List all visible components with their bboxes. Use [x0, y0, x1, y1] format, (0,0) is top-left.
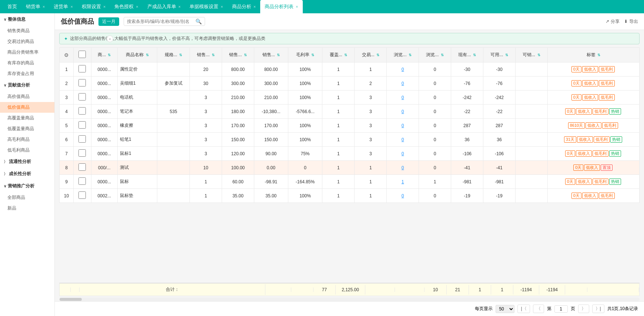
row-browse1[interactable]: 1 — [387, 175, 419, 189]
row-checkbox[interactable] — [78, 79, 86, 86]
sort-icon[interactable]: ⇅ — [376, 53, 379, 57]
sidebar-item-traded-products[interactable]: 交易过的商品 — [0, 36, 54, 47]
sidebar-item-stock-capital[interactable]: 库存资金占用 — [0, 68, 54, 79]
sidebar-item-high-coverage[interactable]: 高覆盖量商品 — [0, 113, 54, 123]
sort-icon[interactable]: ⇅ — [244, 53, 247, 57]
period-button[interactable]: 近一月 — [98, 17, 119, 26]
browse1-link[interactable]: 0 — [402, 137, 404, 142]
sidebar-item-high-gross[interactable]: 高毛利商品 — [0, 134, 54, 145]
row-browse1[interactable]: 0 — [387, 77, 419, 91]
row-name[interactable]: 吴细细1 — [118, 77, 157, 91]
row-checkbox[interactable] — [78, 135, 86, 143]
row-name[interactable]: 电话机 — [118, 91, 157, 105]
first-page-btn[interactable]: |〈 — [517, 305, 530, 313]
sidebar-section-marketing[interactable]: ∨ 营销推广分析 — [0, 180, 54, 192]
nav-purchase[interactable]: 进货单 × — [49, 0, 77, 13]
close-icon[interactable]: × — [103, 4, 105, 9]
row-name[interactable]: 笔记本 — [118, 105, 157, 119]
row-browse1[interactable]: 0 — [387, 189, 419, 203]
last-page-btn[interactable]: 〉| — [592, 305, 604, 313]
sidebar-section-overall[interactable]: ∨ 整体信息 — [0, 13, 54, 26]
sort-icon[interactable]: ⇅ — [311, 53, 314, 57]
nav-home[interactable]: 首页 — [3, 0, 21, 13]
row-checkbox-cell[interactable] — [73, 105, 91, 119]
browse1-link[interactable]: 0 — [402, 151, 404, 156]
table-container[interactable]: ⚙ 商... ⇅ 商品名称 ⇅ 规格... ⇅ 销售... ⇅ 销售... ⇅ … — [59, 47, 640, 283]
row-name[interactable]: 橡皮擦 — [118, 119, 157, 133]
browse1-link[interactable]: 0 — [402, 109, 404, 114]
sort-icon[interactable]: ⇅ — [146, 53, 149, 57]
select-all-checkbox[interactable] — [78, 51, 86, 58]
row-checkbox-cell[interactable] — [73, 119, 91, 133]
row-browse1[interactable]: 0 — [387, 91, 419, 105]
row-name[interactable]: 属性定价 — [118, 62, 157, 77]
share-button[interactable]: ↗ 分享 — [606, 18, 620, 25]
browse1-link[interactable]: 0 — [402, 81, 404, 86]
row-checkbox[interactable] — [78, 163, 86, 171]
sort-icon[interactable]: ⇅ — [344, 53, 347, 57]
sort-icon[interactable]: ⇅ — [212, 53, 215, 57]
browse1-link[interactable]: 0 — [402, 123, 404, 128]
row-checkbox[interactable] — [78, 121, 86, 129]
nav-analysis[interactable]: 商品分析 × — [228, 0, 260, 13]
row-name[interactable]: 测试 — [118, 161, 157, 175]
search-input[interactable] — [127, 19, 195, 24]
row-browse1[interactable]: 0 — [387, 133, 419, 147]
sort-icon[interactable]: ⇅ — [441, 53, 444, 57]
sidebar-item-stock-products[interactable]: 有库存的商品 — [0, 58, 54, 68]
sort-icon[interactable]: ⇅ — [277, 53, 280, 57]
horizontal-scrollbar[interactable] — [59, 298, 640, 301]
sidebar-item-low-coverage[interactable]: 低覆盖量商品 — [0, 123, 54, 134]
row-checkbox[interactable] — [78, 107, 86, 115]
sidebar-item-high-value[interactable]: 高价值商品 — [0, 91, 54, 102]
browse1-link[interactable]: 1 — [402, 179, 404, 184]
browse1-link[interactable]: 0 — [402, 95, 404, 100]
sort-icon[interactable]: ⇅ — [505, 53, 508, 57]
sort-icon[interactable]: ⇅ — [108, 53, 111, 57]
row-checkbox-cell[interactable] — [73, 161, 91, 175]
row-checkbox-cell[interactable] — [73, 133, 91, 147]
sidebar-section-contribution[interactable]: ∨ 贡献值分析 — [0, 79, 54, 91]
row-checkbox[interactable] — [78, 65, 86, 72]
nav-template[interactable]: 单据模板设置 × — [185, 0, 227, 13]
page-input[interactable] — [554, 305, 568, 313]
row-checkbox-cell[interactable] — [73, 147, 91, 161]
row-browse1[interactable]: 0 — [387, 119, 419, 133]
row-checkbox-cell[interactable] — [73, 77, 91, 91]
nav-permission[interactable]: 权限设置 × — [77, 0, 110, 13]
sidebar-item-low-gross[interactable]: 低毛利商品 — [0, 145, 54, 156]
sort-icon[interactable]: ⇅ — [537, 53, 540, 57]
nav-role[interactable]: 角色授权 × — [110, 0, 142, 13]
row-checkbox-cell[interactable] — [73, 175, 91, 189]
row-name[interactable]: 铅笔1 — [118, 133, 157, 147]
browse1-link[interactable]: 0 — [402, 193, 404, 198]
close-icon[interactable]: × — [136, 4, 138, 9]
row-browse1[interactable]: 0 — [387, 105, 419, 119]
per-page-select[interactable]: 50 100 200 — [496, 305, 514, 313]
col-checkbox[interactable] — [73, 48, 91, 62]
row-checkbox-cell[interactable] — [73, 62, 91, 77]
sidebar-item-all-products[interactable]: 全部商品 — [0, 192, 54, 203]
row-name[interactable]: 鼠标 — [118, 175, 157, 189]
row-browse1[interactable]: 0 — [387, 62, 419, 77]
scrollbar-thumb[interactable] — [60, 298, 82, 301]
next-page-btn[interactable]: 〉 — [578, 305, 589, 313]
row-name[interactable]: 鼠标1 — [118, 147, 157, 161]
close-icon[interactable]: × — [178, 4, 181, 9]
sidebar-item-sales-products[interactable]: 销售类商品 — [0, 26, 54, 36]
sidebar-section-flow[interactable]: 〉 流通性分析 — [0, 156, 54, 168]
sidebar-item-new-products[interactable]: 新品 — [0, 203, 54, 214]
search-icon[interactable]: 🔍 — [195, 18, 202, 24]
sidebar-section-growth[interactable]: 〉 成长性分析 — [0, 168, 54, 180]
row-name[interactable]: 鼠标垫 — [118, 189, 157, 203]
sort-icon[interactable]: ⇅ — [179, 53, 182, 57]
row-checkbox[interactable] — [78, 149, 86, 157]
sort-icon[interactable]: ⇅ — [473, 53, 476, 57]
close-icon[interactable]: × — [70, 4, 73, 9]
close-icon[interactable]: × — [43, 4, 45, 9]
row-checkbox[interactable] — [78, 191, 86, 199]
browse1-link[interactable]: 0 — [402, 165, 404, 170]
col-settings[interactable]: ⚙ — [60, 48, 74, 62]
row-checkbox-cell[interactable] — [73, 91, 91, 105]
sort-icon[interactable]: ⇅ — [409, 53, 412, 57]
